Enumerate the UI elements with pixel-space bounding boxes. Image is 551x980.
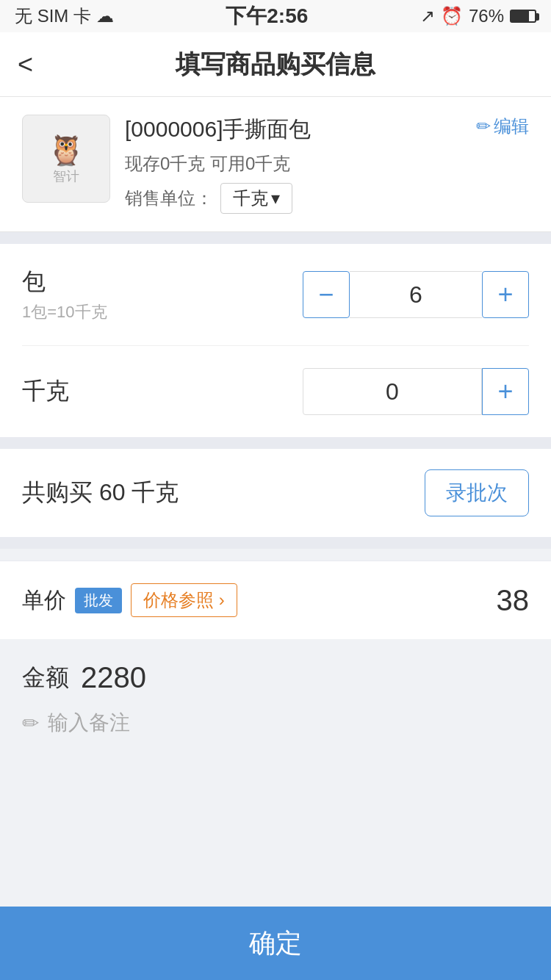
product-image: 🦉 智计 xyxy=(22,115,110,203)
summary-section: 共购买 60 千克 录批次 xyxy=(0,449,551,537)
summary-text: 共购买 60 千克 xyxy=(22,477,179,509)
confirm-button-label: 确定 xyxy=(249,926,302,962)
amount-section: 金额 2280 ✏ 输入备注 xyxy=(0,639,551,759)
separator-3 xyxy=(0,537,551,549)
product-image-icon: 🦉 xyxy=(48,133,84,167)
product-name: [0000006]手撕面包 xyxy=(125,115,311,145)
status-bar-left: 无 SIM 卡 ☁ xyxy=(15,4,114,28)
product-stock: 现存0千克 可用0千克 xyxy=(125,152,529,176)
kg-label: 千克 xyxy=(22,375,69,408)
edit-icon: ✏ xyxy=(476,116,491,137)
product-card: 🦉 智计 [0000006]手撕面包 ✏ 编辑 现存0千克 可用0千克 销售单位… xyxy=(0,97,551,232)
status-bar-right: ↗ ⏰ 76% xyxy=(420,6,536,26)
edit-label: 编辑 xyxy=(494,115,529,138)
confirm-bar[interactable]: 确定 xyxy=(0,907,551,980)
bag-increment-button[interactable]: + xyxy=(482,271,529,318)
bag-quantity-input[interactable] xyxy=(350,271,482,318)
bag-decrement-button[interactable]: − xyxy=(303,271,350,318)
note-label: 输入备注 xyxy=(48,709,130,737)
amount-label: 金额 xyxy=(22,662,69,694)
bag-label: 包 1包=10千克 xyxy=(22,266,107,323)
unit-label: 销售单位： xyxy=(125,187,213,210)
pifa-badge: 批发 xyxy=(75,588,122,613)
kg-quantity-row: 千克 + xyxy=(22,346,529,437)
battery-icon xyxy=(510,10,536,23)
amount-value: 2280 xyxy=(81,661,146,694)
record-batch-button[interactable]: 录批次 xyxy=(425,469,529,516)
summary-row: 共购买 60 千克 录批次 xyxy=(22,449,529,537)
location-icon: ↗ xyxy=(420,6,435,26)
status-bar: 无 SIM 卡 ☁ 下午2:56 ↗ ⏰ 76% xyxy=(0,0,551,32)
amount-row: 金额 2280 xyxy=(22,661,529,694)
product-image-subtext: 智计 xyxy=(53,167,79,185)
bag-sublabel: 1包=10千克 xyxy=(22,301,107,323)
price-reference-button[interactable]: 价格参照 › xyxy=(131,583,237,617)
battery-label: 76% xyxy=(469,6,504,26)
no-sim-label: 无 SIM 卡 ☁ xyxy=(15,4,114,28)
separator-1 xyxy=(0,232,551,244)
bag-quantity-section: 包 1包=10千克 − + 千克 + xyxy=(0,244,551,437)
unit-value: 千克 xyxy=(233,187,268,210)
nav-bar: < 填写商品购买信息 xyxy=(0,32,551,97)
unit-dropdown[interactable]: 千克 ▾ xyxy=(220,183,292,214)
price-label: 单价 xyxy=(22,586,66,616)
back-button[interactable]: < xyxy=(18,49,33,80)
page-title: 填写商品购买信息 xyxy=(176,48,375,82)
pencil-icon: ✏ xyxy=(22,711,39,735)
price-left: 单价 批发 价格参照 › xyxy=(22,583,237,617)
bag-quantity-row: 包 1包=10千克 − + xyxy=(22,244,529,346)
kg-increment-button[interactable]: + xyxy=(482,368,529,415)
note-row[interactable]: ✏ 输入备注 xyxy=(22,709,529,737)
edit-button[interactable]: ✏ 编辑 xyxy=(476,115,529,138)
product-info: [0000006]手撕面包 ✏ 编辑 现存0千克 可用0千克 销售单位： 千克 … xyxy=(125,115,529,214)
status-bar-time: 下午2:56 xyxy=(226,2,308,30)
price-row: 单价 批发 价格参照 › 38 xyxy=(22,583,529,617)
bag-stepper: − + xyxy=(303,271,529,318)
chevron-down-icon: ▾ xyxy=(271,188,280,209)
separator-2 xyxy=(0,437,551,449)
kg-quantity-input[interactable] xyxy=(303,368,482,415)
price-value: 38 xyxy=(497,584,530,617)
kg-input-group: + xyxy=(303,368,529,415)
price-section: 单价 批发 价格参照 › 38 xyxy=(0,561,551,639)
alarm-icon: ⏰ xyxy=(441,6,463,26)
